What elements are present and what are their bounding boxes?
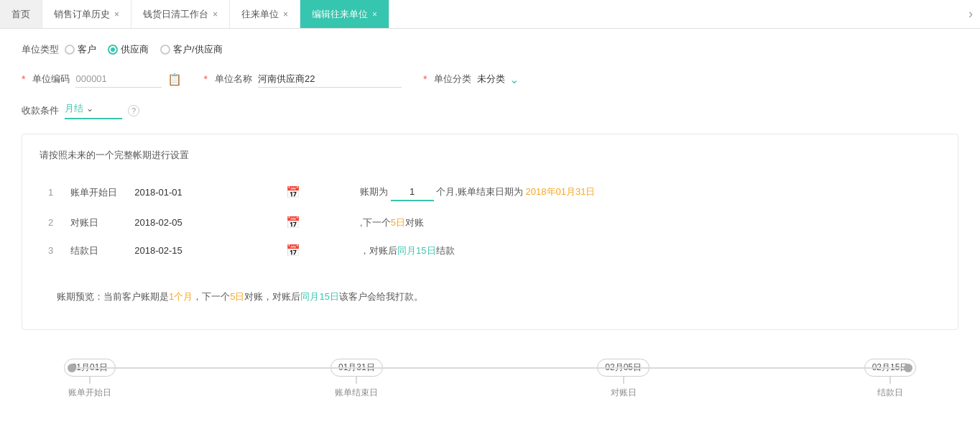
node-2-connector xyxy=(356,377,357,384)
step-3-calendar-icon[interactable]: 📅 xyxy=(286,244,300,257)
radio-both[interactable]: 客户/供应商 xyxy=(160,43,223,56)
unit-code-input[interactable] xyxy=(75,70,162,88)
tab-sales-history-label: 销售订单历史 xyxy=(54,8,110,21)
tab-partners-label: 往来单位 xyxy=(241,8,279,21)
timeline-wrapper: 01月01日 账单开始日 01月31日 账单结束日 02月05日 对账日 02月… xyxy=(43,351,937,420)
tab-sales-history[interactable]: 销售订单历史 × xyxy=(42,0,131,28)
step-2-prefix: ,下一个 xyxy=(360,217,391,228)
timeline-node-1: 01月01日 账单开始日 xyxy=(57,359,122,399)
node-4-label: 结款日 xyxy=(877,387,903,399)
main-content: 单位类型 客户 供应商 客户/供应商 * 单位编码 xyxy=(0,29,980,437)
step-3-highlight: 同月15日 xyxy=(397,245,435,256)
step-2-calendar-icon[interactable]: 📅 xyxy=(286,216,300,229)
radio-supplier-circle xyxy=(108,45,118,55)
step-1-num: 1 xyxy=(40,176,62,208)
step-3-calendar[interactable]: 📅 xyxy=(277,236,351,264)
step-3-desc: ，对账后同月15日结款 xyxy=(351,236,940,264)
timeline-node-2: 01月31日 账单结束日 xyxy=(324,359,389,399)
step-3-num: 3 xyxy=(40,236,62,264)
tab-edit-partner-label: 编辑往来单位 xyxy=(312,8,368,21)
unit-type-radio-group: 客户 供应商 客户/供应商 xyxy=(65,43,223,56)
section-instruction: 请按照未来的一个完整帐期进行设置 xyxy=(40,149,940,162)
unit-name-input[interactable] xyxy=(258,70,402,88)
preview-part1: 1个月 xyxy=(169,291,193,302)
timeline-left-endpoint xyxy=(68,364,76,372)
radio-supplier-label: 供应商 xyxy=(121,43,149,56)
step-2-calendar[interactable]: 📅 xyxy=(277,208,351,236)
timeline-track xyxy=(72,367,908,369)
tab-cash-work-label: 钱货日清工作台 xyxy=(143,8,208,21)
timeline-node-4: 02月15日 结款日 xyxy=(858,359,923,399)
unit-name-required: * xyxy=(203,73,207,85)
unit-type-row: 单位类型 客户 供应商 客户/供应商 xyxy=(22,43,958,56)
step-1-suffix: 个月,账单结束日期为 xyxy=(436,186,523,197)
tab-home-label: 首页 xyxy=(11,8,30,21)
step-2-num: 2 xyxy=(40,208,62,236)
unit-classify-arrow-icon: ⌄ xyxy=(509,73,519,86)
step-3-date-value: 2018-02-15 xyxy=(134,245,182,256)
unit-classify-item: * 单位分类 未分类 ⌄ xyxy=(423,73,592,86)
radio-both-circle xyxy=(160,45,170,55)
step-3-date: 2018-02-15 xyxy=(126,236,277,264)
collect-condition-arrow-icon: ⌄ xyxy=(86,104,93,114)
node-2-label: 账单结束日 xyxy=(335,387,378,399)
unit-code-copy-icon[interactable]: 📋 xyxy=(167,73,182,86)
tab-home[interactable]: 首页 xyxy=(0,0,42,28)
timeline-container: 01月01日 账单开始日 01月31日 账单结束日 02月05日 对账日 02月… xyxy=(22,351,958,420)
step-1-calendar-icon[interactable]: 📅 xyxy=(286,186,300,198)
node-4-connector xyxy=(889,377,891,384)
radio-supplier[interactable]: 供应商 xyxy=(108,43,149,56)
unit-type-label: 单位类型 xyxy=(22,43,59,56)
unit-classify-label: 单位分类 xyxy=(434,73,471,86)
tab-cash-work[interactable]: 钱货日清工作台 × xyxy=(131,0,230,28)
radio-customer-circle xyxy=(65,45,75,55)
step-1-calendar[interactable]: 📅 xyxy=(277,176,351,208)
collect-condition-row: 收款条件 月结 ⌄ ? xyxy=(22,102,958,119)
node-1-label: 账单开始日 xyxy=(68,387,111,399)
collect-condition-item: 收款条件 月结 ⌄ ? xyxy=(22,102,139,119)
close-sales-history[interactable]: × xyxy=(114,10,119,19)
step-2-highlight: 5日 xyxy=(391,217,405,228)
collect-condition-value: 月结 xyxy=(65,102,83,115)
preview-sep2: 对账，对账后 xyxy=(244,291,300,302)
step-3-prefix: ，对账后 xyxy=(360,245,397,256)
close-edit-partner[interactable]: × xyxy=(372,10,377,19)
tab-bar: 首页 销售订单历史 × 钱货日清工作台 × 往来单位 × 编辑往来单位 × › xyxy=(0,0,980,29)
unit-classify-required: * xyxy=(423,73,427,85)
timeline-right-endpoint xyxy=(904,364,912,372)
preview-part2: 5日 xyxy=(230,291,244,302)
radio-customer-label: 客户 xyxy=(78,43,96,56)
step-1-row: 1 账单开始日 2018-01-01 📅 账期为 个月,账单结束日期为 2018… xyxy=(40,176,940,208)
step-2-label: 对账日 xyxy=(62,208,126,236)
unit-code-required: * xyxy=(22,73,25,85)
preview-sep1: ，下一个 xyxy=(193,291,230,302)
collect-condition-dropdown[interactable]: 月结 ⌄ xyxy=(65,102,122,119)
timeline-nodes: 01月01日 账单开始日 01月31日 账单结束日 02月05日 对账日 02月… xyxy=(43,359,937,399)
unit-code-item: * 单位编码 📋 xyxy=(22,70,182,88)
unit-name-label: 单位名称 xyxy=(215,73,252,86)
close-cash-work[interactable]: × xyxy=(213,10,218,19)
preview-part3: 同月15日 xyxy=(300,291,338,302)
node-3-label: 对账日 xyxy=(611,387,637,399)
preview-suffix: 该客户会给我打款。 xyxy=(339,291,423,302)
month-input[interactable] xyxy=(391,183,434,201)
tab-more-button[interactable]: › xyxy=(961,0,980,28)
preview-prefix: 账期预览：当前客户账期是 xyxy=(57,291,169,302)
unit-type-item: 单位类型 客户 供应商 客户/供应商 xyxy=(22,43,223,56)
tab-partners[interactable]: 往来单位 × xyxy=(230,0,300,28)
step-3-label: 结款日 xyxy=(62,236,126,264)
radio-customer[interactable]: 客户 xyxy=(65,43,96,56)
step-3-suffix: 结款 xyxy=(436,245,455,256)
step-1-label: 账单开始日 xyxy=(62,176,126,208)
step-1-desc: 账期为 个月,账单结束日期为 2018年01月31日 xyxy=(351,176,940,208)
step-1-middle-text: 账期为 xyxy=(360,186,388,197)
step-2-row: 2 对账日 2018-02-05 📅 ,下一个5日对账 xyxy=(40,208,940,236)
steps-table: 1 账单开始日 2018-01-01 📅 账期为 个月,账单结束日期为 2018… xyxy=(40,176,940,264)
unit-classify-dropdown[interactable]: 未分类 ⌄ xyxy=(477,73,592,86)
section-box: 请按照未来的一个完整帐期进行设置 1 账单开始日 2018-01-01 📅 账期… xyxy=(22,134,958,330)
node-3-connector xyxy=(623,377,624,384)
tab-edit-partner[interactable]: 编辑往来单位 × xyxy=(300,0,389,28)
radio-both-label: 客户/供应商 xyxy=(173,43,223,56)
close-partners[interactable]: × xyxy=(283,10,288,19)
help-icon[interactable]: ? xyxy=(128,105,139,116)
